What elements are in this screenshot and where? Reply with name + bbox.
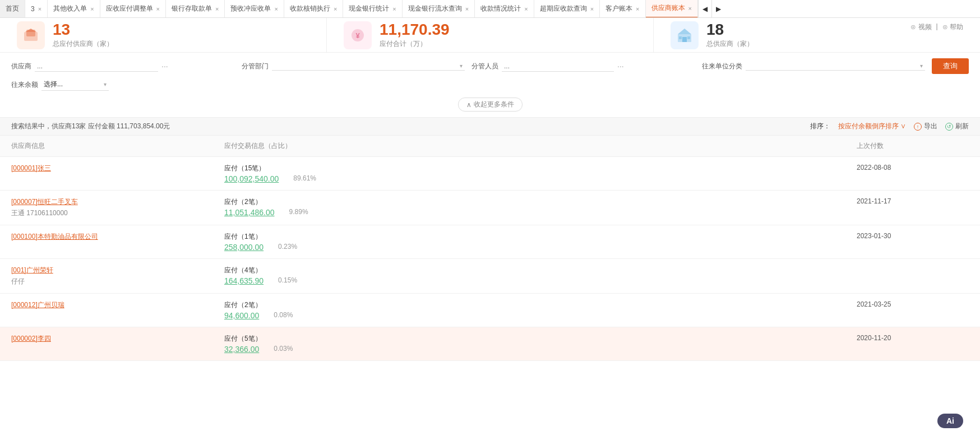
nav-tab-bank-deposit[interactable]: 银行存取款单 × <box>166 0 225 18</box>
total-supplier-label: 总供应商（家） <box>706 39 754 49</box>
row3-payable-percent: 0.23% <box>278 243 297 251</box>
nav-tab-collect-exec[interactable]: 收款核销执行 × <box>284 0 343 18</box>
filter-row-2: 往来余额 选择... ▾ <box>11 78 969 91</box>
card-info-total: 18 总供应商（家） <box>706 21 754 49</box>
row1-payable-amount[interactable]: 100,092,540.00 <box>224 174 279 183</box>
row6-payable-amount[interactable]: 32,366.00 <box>224 345 259 354</box>
nav-tab-cash-bank-flow-close[interactable]: × <box>465 6 469 12</box>
ai-button[interactable]: Ai <box>937 414 963 428</box>
nav-tab-supplier-account[interactable]: 供应商账本 × <box>646 0 698 18</box>
nav-tab-bank-deposit-close[interactable]: × <box>215 6 219 12</box>
summary-card-total: 18 总供应商（家） ⊙ 视频 | ⊙ 帮助 <box>654 18 980 52</box>
nav-tab-customer-account[interactable]: 客户账本 × <box>600 0 645 18</box>
person-input[interactable] <box>502 61 614 72</box>
row4-supplier-sub: 仔仔 <box>11 277 224 286</box>
nav-tab-cash-bank-stat-close[interactable]: × <box>392 6 396 12</box>
row5-payable-label: 应付（2笔） <box>224 300 857 310</box>
filter-balance: 往来余额 选择... ▾ <box>11 78 109 91</box>
row5-payable: 应付（2笔） 94,600.00 0.08% <box>224 300 857 320</box>
person-more-icon[interactable]: ··· <box>617 62 624 71</box>
total-supplier-count: 18 <box>706 21 754 39</box>
dept-select[interactable]: ▾ <box>272 62 465 71</box>
collapse-arrow-icon: ∧ <box>466 101 471 109</box>
table-row: [000002]李四 应付（5笔） 32,366.00 0.03% 2020-1… <box>0 327 980 361</box>
svg-rect-9 <box>687 36 690 39</box>
query-button[interactable]: 查询 <box>932 58 969 74</box>
export-button[interactable]: ↑ 导出 <box>914 122 937 131</box>
nav-tab-overdue-ar-close[interactable]: × <box>590 6 594 12</box>
row2-payable-label: 应付（2笔） <box>224 197 857 207</box>
balance-select[interactable]: 选择... ▾ <box>41 78 109 91</box>
row1-supplier-link[interactable]: [000001]张三 <box>11 164 224 173</box>
row5-supplier-link[interactable]: [000012]广州贝瑞 <box>11 300 224 310</box>
table-row: [000001]张三 应付（15笔） 100,092,540.00 89.61%… <box>0 157 980 191</box>
store-icon <box>671 21 699 49</box>
help-links: ⊙ 视频 | ⊙ 帮助 <box>910 18 963 32</box>
sort-value[interactable]: 按应付余额倒序排序 ∨ <box>838 122 906 131</box>
help-link[interactable]: ⊙ 帮助 <box>942 22 963 32</box>
separator: | <box>936 22 938 32</box>
nav-tab-overdue-ar[interactable]: 超期应收款查询 × <box>534 0 600 18</box>
row6-supplier: [000002]李四 <box>11 334 224 344</box>
nav-tab-home-label: 首页 <box>6 4 19 13</box>
row2-payable-amount[interactable]: 11,051,486.00 <box>224 208 275 217</box>
collapse-button[interactable]: ∧ 收起更多条件 <box>458 98 523 112</box>
supplier-count: 13 <box>53 21 113 39</box>
nav-tab-advance-collect-close[interactable]: × <box>274 6 278 12</box>
nav-tab-3[interactable]: 3 × <box>25 0 48 18</box>
svg-rect-8 <box>679 36 682 39</box>
nav-left-arrow[interactable]: ◀ <box>698 0 711 18</box>
row2-lastpay: 2021-11-17 <box>857 197 969 205</box>
row5-lastpay: 2021-03-25 <box>857 300 969 308</box>
nav-tab-customer-account-close[interactable]: × <box>636 6 639 12</box>
row1-payable: 应付（15笔） 100,092,540.00 89.61% <box>224 164 857 183</box>
refresh-label: 刷新 <box>955 122 969 131</box>
top-nav: 首页 3 × 其他收入单 × 应收应付调整单 × 银行存取款单 × 预收冲应收单… <box>0 0 980 18</box>
nav-tab-cash-bank-stat[interactable]: 现金银行统计 × <box>343 0 402 18</box>
nav-tab-ar-adjust[interactable]: 应收应付调整单 × <box>100 0 166 18</box>
nav-tab-collect-stat-close[interactable]: × <box>524 6 528 12</box>
row4-payable-line: 164,635.90 0.15% <box>224 275 857 285</box>
category-select[interactable]: ▾ <box>746 62 926 71</box>
row5-payable-amount[interactable]: 94,600.00 <box>224 311 259 320</box>
supplier-input[interactable] <box>35 61 158 72</box>
nav-tab-other-income-close[interactable]: × <box>90 6 94 12</box>
refresh-button[interactable]: ↺ 刷新 <box>945 122 969 131</box>
video-link[interactable]: ⊙ 视频 <box>910 22 931 32</box>
nav-tab-cash-bank-stat-label: 现金银行统计 <box>349 4 389 13</box>
filter-person: 分管人员 ··· <box>471 61 695 72</box>
row3-payable-amount[interactable]: 258,000.00 <box>224 243 264 252</box>
nav-tab-advance-collect[interactable]: 预收冲应收单 × <box>225 0 284 18</box>
row2-supplier-link[interactable]: [000007]恒旺二手叉车 <box>11 197 224 207</box>
nav-tab-cash-bank-flow[interactable]: 现金银行流水查询 × <box>403 0 475 18</box>
row4-payable-amount[interactable]: 164,635.90 <box>224 276 264 285</box>
table-row: [000100]本特勤油品有限公司 应付（1笔） 258,000.00 0.23… <box>0 225 980 259</box>
table-row: [001]广州荣轩 仔仔 应付（4笔） 164,635.90 0.15% <box>0 259 980 294</box>
row4-supplier-link[interactable]: [001]广州荣轩 <box>11 266 224 275</box>
amount-icon: ¥ <box>344 21 372 49</box>
svg-rect-7 <box>682 37 687 42</box>
nav-right-arrow[interactable]: ▶ <box>711 0 725 18</box>
row3-lastpay: 2023-01-30 <box>857 232 969 240</box>
row6-supplier-link[interactable]: [000002]李四 <box>11 334 224 344</box>
card-info-suppliers: 13 总应付供应商（家） <box>53 21 113 49</box>
row3-supplier-link[interactable]: [000100]本特勤油品有限公司 <box>11 232 224 242</box>
nav-tab-3-close[interactable]: × <box>38 6 41 12</box>
nav-tab-supplier-account-close[interactable]: × <box>688 5 692 12</box>
nav-tab-ar-adjust-close[interactable]: × <box>156 6 160 12</box>
nav-tab-collect-stat[interactable]: 收款情况统计 × <box>475 0 534 18</box>
filter-supplier: 供应商 ··· <box>11 61 235 72</box>
row2-supplier: [000007]恒旺二手叉车 王通 17106110000 <box>11 197 224 218</box>
nav-tab-other-income[interactable]: 其他收入单 × <box>48 0 100 18</box>
dept-arrow-icon: ▾ <box>460 63 463 69</box>
payable-amount-label: 应付合计（万） <box>380 39 450 49</box>
row6-payable-line: 32,366.00 0.03% <box>224 344 857 354</box>
nav-tab-collect-exec-close[interactable]: × <box>334 6 337 12</box>
nav-tab-home[interactable]: 首页 <box>0 0 25 18</box>
supplier-count-label: 总应付供应商（家） <box>53 39 113 49</box>
supplier-more-icon[interactable]: ··· <box>161 62 168 71</box>
row4-supplier: [001]广州荣轩 仔仔 <box>11 266 224 286</box>
row2-payable: 应付（2笔） 11,051,486.00 9.89% <box>224 197 857 217</box>
table-body: [000001]张三 应付（15笔） 100,092,540.00 89.61%… <box>0 157 980 445</box>
result-text: 搜索结果中，供应商13家 应付金额 111,703,854.00元 <box>11 122 170 131</box>
